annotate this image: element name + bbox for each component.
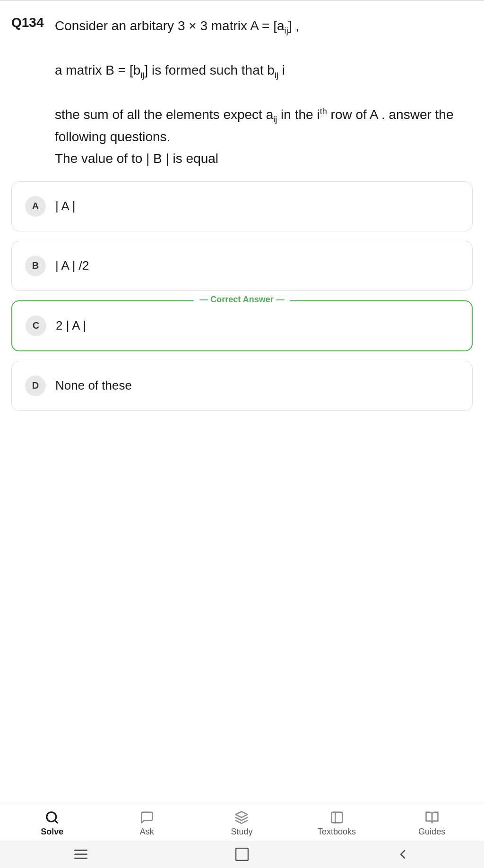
study-label: Study [231,827,252,837]
option-a-text: | A | [55,199,75,213]
guides-label: Guides [418,827,445,837]
option-b[interactable]: B | A | /2 [11,241,473,291]
nav-ask[interactable]: Ask [128,810,166,837]
guides-icon [424,810,440,825]
android-back-btn[interactable] [389,847,417,861]
svg-rect-7 [236,848,248,860]
nav-guides[interactable]: Guides [413,810,451,837]
option-c-text: 2 | A | [56,318,86,333]
study-icon [234,810,249,825]
svg-rect-5 [74,854,87,855]
option-c-badge: C [26,315,46,336]
option-c[interactable]: — Correct Answer — C 2 | A | [11,300,473,351]
android-nav [0,841,484,868]
nav-study[interactable]: Study [223,810,260,837]
nav-textbooks[interactable]: Textbooks [318,810,356,837]
question-text: Consider an arbitary 3 × 3 matrix A = [a… [55,15,473,170]
question-block: Q134 Consider an arbitary 3 × 3 matrix A… [11,15,473,170]
android-home-btn[interactable] [228,847,256,861]
textbooks-label: Textbooks [318,827,356,837]
svg-rect-4 [74,850,87,851]
svg-rect-6 [74,858,87,859]
ask-icon [139,810,155,825]
svg-line-1 [55,820,57,823]
ask-label: Ask [140,827,154,837]
solve-icon [44,810,60,825]
correct-answer-label: — Correct Answer — [194,295,290,305]
option-a-badge: A [25,196,46,217]
bottom-nav: Solve Ask Study [0,804,484,841]
answer-options: A | A | B | A | /2 — Correct Answer — C … [11,181,473,411]
option-b-badge: B [25,255,46,276]
solve-label: Solve [41,827,63,837]
textbooks-icon [329,810,345,825]
option-d-text: None of these [55,378,132,393]
option-a[interactable]: A | A | [11,181,473,231]
question-number: Q134 [11,15,49,170]
option-d-badge: D [25,375,46,396]
main-content: Q134 Consider an arbitary 3 × 3 matrix A… [0,1,484,804]
option-b-text: | A | /2 [55,258,89,273]
nav-items: Solve Ask Study [0,810,484,837]
svg-rect-2 [331,812,342,823]
nav-solve[interactable]: Solve [33,810,71,837]
option-d[interactable]: D None of these [11,361,473,411]
android-menu-btn[interactable] [67,847,95,861]
